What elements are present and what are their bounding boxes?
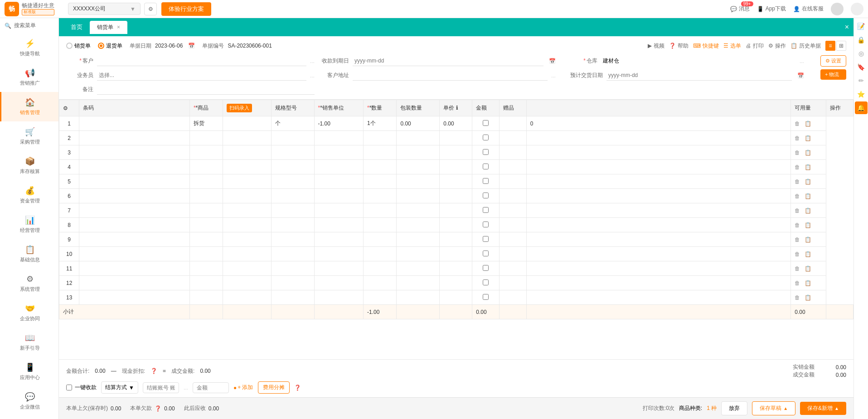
row-product[interactable] (189, 145, 223, 160)
customer-address-input[interactable] (353, 70, 548, 81)
row-unit-price[interactable] (397, 232, 440, 247)
avatar[interactable] (831, 3, 844, 15)
row-product[interactable] (189, 160, 223, 174)
delete-row-icon[interactable]: 🗑 (795, 280, 800, 286)
row-unit-price[interactable] (397, 247, 440, 261)
delete-row-icon[interactable]: 🗑 (795, 178, 800, 185)
delete-row-icon[interactable]: 🗑 (795, 120, 800, 127)
save-new-arrow[interactable]: ▲ (834, 406, 839, 411)
calendar-icon[interactable]: 📅 (188, 43, 195, 49)
sidebar-item-operation[interactable]: 📊 经营管理 (0, 210, 58, 239)
warehouse-select-icon[interactable]: ... (800, 58, 804, 64)
row-barcode[interactable] (79, 174, 190, 189)
grid-view-btn[interactable]: ⊞ (836, 41, 846, 51)
row-spec[interactable] (223, 276, 271, 290)
row-product[interactable] (189, 218, 223, 232)
row-gift[interactable] (472, 131, 499, 145)
row-gift[interactable] (472, 247, 499, 261)
sidebar-item-guide[interactable]: 📖 新手引导 (0, 327, 58, 357)
delete-row-icon[interactable]: 🗑 (795, 135, 800, 141)
row-quantity[interactable] (314, 232, 363, 247)
remark-input[interactable] (97, 84, 315, 95)
row-unit-price[interactable] (397, 290, 440, 305)
row-barcode[interactable] (79, 276, 190, 290)
row-barcode[interactable] (79, 116, 190, 131)
row-product[interactable] (189, 189, 223, 203)
sidebar-item-marketing[interactable]: 📢 营销推广 (0, 63, 58, 92)
row-quantity[interactable] (314, 290, 363, 305)
payment-calendar-icon[interactable]: 📅 (549, 58, 556, 64)
delete-row-icon[interactable]: 🗑 (795, 164, 800, 170)
customer-input[interactable] (97, 56, 306, 66)
copy-row-icon[interactable]: 📋 (805, 236, 811, 243)
operate-btn[interactable]: ⚙ 操作 (768, 42, 786, 50)
row-product[interactable] (189, 174, 223, 189)
scan-button[interactable]: 扫码录入 (227, 104, 252, 112)
rt-star-icon[interactable]: ⭐ (855, 88, 868, 101)
copy-row-icon[interactable]: 📋 (805, 280, 811, 286)
sidebar-item-system[interactable]: ⚙ 系统管理 (0, 269, 58, 298)
row-quantity[interactable] (314, 276, 363, 290)
delete-row-icon[interactable]: 🗑 (795, 222, 800, 228)
row-product[interactable] (189, 203, 223, 218)
tab-bar-close-icon[interactable]: × (845, 23, 849, 31)
copy-row-icon[interactable]: 📋 (805, 149, 811, 156)
company-selector[interactable]: XXXXXX公司 ▼ (68, 3, 141, 15)
row-spec[interactable] (223, 116, 271, 131)
pay-method-select[interactable]: 结算方式 ▼ (101, 381, 138, 394)
payment-amount-input[interactable] (193, 382, 229, 393)
payment-due-input[interactable] (353, 56, 543, 66)
product-type-link[interactable]: 1 种 (707, 405, 717, 412)
search-menu[interactable]: 🔍 搜索菜单 (0, 18, 58, 33)
sidebar-item-wechat[interactable]: 💬 企业微信 (0, 386, 58, 416)
delete-row-icon[interactable]: 🗑 (795, 193, 800, 199)
radio-sales-order[interactable]: 销货单 (66, 42, 91, 50)
rt-note-icon[interactable]: 📝 (855, 20, 868, 33)
message-button[interactable]: 💬 消息 99+ (730, 5, 750, 13)
row-spec[interactable] (223, 261, 271, 276)
row-gift[interactable] (472, 145, 499, 160)
delete-row-icon[interactable]: 🗑 (795, 207, 800, 214)
row-spec[interactable] (223, 145, 271, 160)
print-btn[interactable]: 🖨 打印 (746, 42, 764, 50)
row-unit-price[interactable] (397, 261, 440, 276)
tab-close-icon[interactable]: × (117, 24, 120, 30)
row-gift[interactable] (472, 116, 499, 131)
fee-split-button[interactable]: 费用分摊 (258, 381, 290, 394)
save-draft-arrow[interactable]: ▲ (783, 406, 788, 411)
rt-bookmark-icon[interactable]: 🔖 (855, 61, 868, 73)
row-unit-price[interactable] (397, 160, 440, 174)
sidebar-item-sales[interactable]: 🏠 销售管理 (0, 92, 58, 121)
row-gift[interactable] (472, 290, 499, 305)
row-product[interactable] (189, 232, 223, 247)
select-order-btn[interactable]: ☰ 选单 (723, 42, 741, 50)
row-gift[interactable] (472, 203, 499, 218)
delete-row-icon[interactable]: 🗑 (795, 294, 800, 301)
row-quantity[interactable] (314, 203, 363, 218)
row-product[interactable] (189, 261, 223, 276)
sidebar-item-vip[interactable]: 👑 畅会员 (0, 416, 58, 419)
history-btn[interactable]: 📋 历史单据 (790, 42, 821, 50)
help-btn[interactable]: ❓ 帮助 (669, 42, 689, 50)
row-unit-price[interactable] (397, 218, 440, 232)
copy-row-icon[interactable]: 📋 (805, 251, 811, 257)
row-quantity[interactable] (314, 174, 363, 189)
online-service-button[interactable]: 👤 在线客服 (793, 5, 824, 13)
row-unit-price[interactable] (397, 276, 440, 290)
radio-return-order[interactable]: 退货单 (98, 42, 122, 50)
row-barcode[interactable] (79, 232, 190, 247)
delete-row-icon[interactable]: 🗑 (795, 265, 800, 272)
row-barcode[interactable] (79, 160, 190, 174)
row-barcode[interactable] (79, 131, 190, 145)
row-product[interactable] (189, 247, 223, 261)
row-quantity[interactable] (314, 160, 363, 174)
delivery-calendar-icon[interactable]: 📅 (797, 72, 804, 79)
settings-icon[interactable]: ⚙ (144, 3, 157, 15)
salesperson-input[interactable] (97, 70, 306, 81)
row-product[interactable]: 拆货 (189, 116, 223, 131)
row-gift[interactable] (472, 160, 499, 174)
sidebar-item-quick-nav[interactable]: ⚡ 快捷导航 (0, 33, 58, 63)
row-spec[interactable] (223, 247, 271, 261)
app-download-button[interactable]: 📱 App下载 (757, 5, 786, 13)
row-barcode[interactable] (79, 203, 190, 218)
